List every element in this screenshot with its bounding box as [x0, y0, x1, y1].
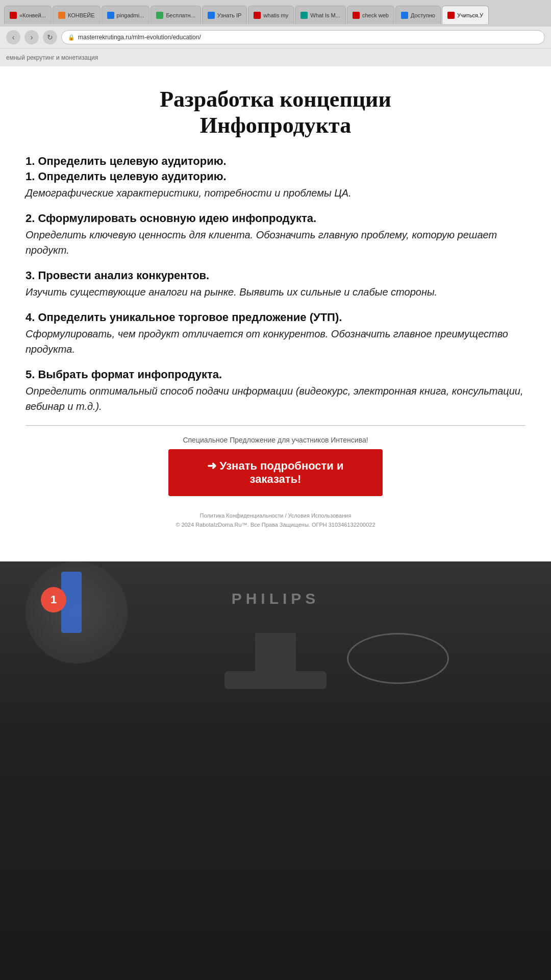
tab-favicon-whatis	[254, 12, 261, 19]
browser-chrome: «Конвей... КОНВЕЙЕ pingadmi... Бесплатн.…	[0, 0, 551, 66]
page-content: Разработка концепцииИнфопродукта 1. Опре…	[0, 66, 551, 561]
section-4: 4. Определить уникальное торговое предло…	[26, 311, 525, 357]
philips-label: PHILIPS	[232, 590, 320, 607]
tab-favicon-uchitsya	[447, 12, 455, 19]
tab-checkweb[interactable]: check web	[347, 6, 394, 24]
tab-dostupno[interactable]: Доступно	[395, 6, 441, 24]
number-badge: 1	[41, 587, 66, 612]
desk-cable	[347, 633, 449, 684]
section-5: 5. Выбрать формат инфопродукта. Определи…	[26, 368, 525, 414]
tab-favicon-konvey	[10, 12, 17, 19]
section-1-heading: 1. Определить целевую аудиторию.	[26, 155, 525, 168]
forward-button[interactable]: ›	[24, 30, 39, 44]
tab-favicon-ping	[107, 12, 114, 19]
tab-whatis[interactable]: whatis my	[248, 6, 294, 24]
tab-uchitsya[interactable]: Учиться.У	[442, 6, 489, 24]
special-offer-label: Специальное Предложение для участников И…	[26, 436, 525, 444]
section-2-title: 2. Сформулировать основную идею инфопрод…	[26, 212, 525, 225]
lock-icon: 🔒	[68, 34, 75, 41]
address-bar[interactable]: 🔒 masterrekrutinga.ru/mlm-evolution/educ…	[61, 30, 545, 44]
divider	[26, 425, 525, 426]
reload-button[interactable]: ↻	[43, 30, 57, 44]
address-bar-row: ‹ › ↻ 🔒 masterrekrutinga.ru/mlm-evolutio…	[0, 27, 551, 48]
tab-favicon-konveye	[58, 12, 65, 19]
section-5-text: Определить оптимальный способ подачи инф…	[26, 383, 525, 414]
tab-pingadmin[interactable]: pingadmi...	[102, 6, 150, 24]
section-2-text: Определить ключевую ценность для клиента…	[26, 227, 525, 258]
section-4-title: 4. Определить уникальное торговое предло…	[26, 311, 525, 324]
tab-konveye[interactable]: КОНВЕЙЕ	[53, 6, 101, 24]
bookmarks-bar: емный рекрутинг и монетизация	[0, 48, 551, 66]
tab-bar: «Конвей... КОНВЕЙЕ pingadmi... Бесплатн.…	[0, 0, 551, 27]
tab-uznat-ip[interactable]: Узнать IP	[202, 6, 247, 24]
section-3: 3. Провести анализ конкурентов. Изучить …	[26, 269, 525, 300]
cta-button[interactable]: ➜ Узнать подробности и заказать!	[168, 449, 383, 496]
section-5-title: 5. Выбрать формат инфопродукта.	[26, 368, 525, 381]
desk-surface: PHILIPS 1	[0, 561, 551, 980]
section-1: 1. Определить целевую аудиторию. 1. Опре…	[26, 155, 525, 201]
monitor-screen: «Конвей... КОНВЕЙЕ pingadmi... Бесплатн.…	[0, 0, 551, 561]
tab-favicon-whatism	[300, 12, 308, 19]
back-button[interactable]: ‹	[6, 30, 20, 44]
section-1-title: 1. Определить целевую аудиторию.	[26, 170, 525, 183]
page-title: Разработка концепцииИнфопродукта	[26, 87, 525, 138]
tab-whatism[interactable]: What Is M...	[295, 6, 346, 24]
tab-favicon-checkweb	[353, 12, 360, 19]
tab-besplatn[interactable]: Бесплатн...	[151, 6, 201, 24]
tab-favicon-besplatn	[156, 12, 163, 19]
footer-text: Политика Конфиденциальности / Условия Ис…	[26, 511, 525, 529]
monitor-base	[224, 671, 327, 689]
tab-konvey[interactable]: «Конвей...	[4, 6, 52, 24]
tab-favicon-ip	[208, 12, 215, 19]
section-1-text: Демографические характеристики, потребно…	[26, 185, 525, 201]
tab-favicon-dostupno	[401, 12, 408, 19]
monitor-stand	[255, 633, 296, 674]
section-4-text: Сформулировать, чем продукт отличается о…	[26, 326, 525, 357]
section-3-text: Изучить существующие аналоги на рынке. В…	[26, 284, 525, 300]
section-3-title: 3. Провести анализ конкурентов.	[26, 269, 525, 282]
breadcrumb: емный рекрутинг и монетизация	[6, 54, 98, 61]
section-2: 2. Сформулировать основную идею инфопрод…	[26, 212, 525, 258]
